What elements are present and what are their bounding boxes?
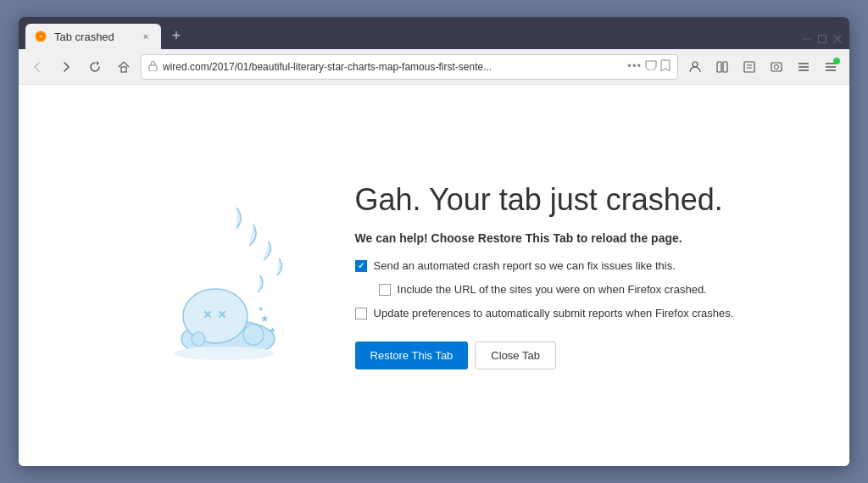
close-tab-button[interactable]: Close Tab xyxy=(475,341,556,369)
more-options-icon[interactable]: ••• xyxy=(627,59,642,74)
crash-illustration: ★ ★ ★ xyxy=(135,182,304,369)
svg-rect-8 xyxy=(149,65,157,71)
screenshot-icon[interactable] xyxy=(765,55,788,79)
tab-favicon xyxy=(34,30,47,43)
bookmarks-icon[interactable] xyxy=(737,55,761,79)
svg-rect-11 xyxy=(723,62,727,72)
browser-window: Tab crashed × + xyxy=(19,17,849,466)
svg-text:★: ★ xyxy=(269,325,276,335)
crash-container: ★ ★ ★ Gah. Your tab just crashed. We can… xyxy=(135,181,734,370)
option2-label: Include the URL of the sites you were on… xyxy=(398,282,707,297)
svg-rect-4 xyxy=(819,36,826,43)
sync-icon[interactable] xyxy=(710,55,734,79)
back-button[interactable] xyxy=(25,55,49,79)
svg-rect-3 xyxy=(803,39,811,40)
option1-label: Send an automated crash report so we can… xyxy=(374,258,676,274)
svg-text:★: ★ xyxy=(258,305,264,313)
pocket-icon[interactable] xyxy=(645,59,657,74)
option-row-3: Update preferences to automatically subm… xyxy=(355,306,734,321)
reload-button[interactable] xyxy=(83,55,107,79)
restore-tab-button[interactable]: Restore This Tab xyxy=(355,341,469,369)
close-button[interactable] xyxy=(832,34,843,44)
svg-text:★: ★ xyxy=(260,313,270,325)
svg-point-30 xyxy=(243,325,264,345)
window-controls xyxy=(802,34,843,44)
maximize-button[interactable] xyxy=(817,34,827,44)
home-button[interactable] xyxy=(112,55,136,79)
lock-icon xyxy=(148,60,158,74)
svg-point-34 xyxy=(173,347,275,360)
option1-checkbox[interactable] xyxy=(355,260,367,272)
address-bar[interactable]: wired.com/2017/01/beautiful-literary-sta… xyxy=(141,54,678,80)
url-text: wired.com/2017/01/beautiful-literary-sta… xyxy=(163,61,622,73)
svg-point-16 xyxy=(775,64,779,69)
option-row-1: Send an automated crash report so we can… xyxy=(355,258,734,274)
account-icon[interactable] xyxy=(683,55,707,79)
options-list: Send an automated crash report so we can… xyxy=(355,258,734,322)
new-tab-button[interactable]: + xyxy=(164,24,188,47)
bookmark-icon[interactable] xyxy=(660,59,670,74)
tab-close-button[interactable]: × xyxy=(139,30,153,43)
crash-title: Gah. Your tab just crashed. xyxy=(355,181,734,218)
option-row-2: Include the URL of the sites you were on… xyxy=(379,282,734,297)
more-tools-icon[interactable] xyxy=(792,55,815,79)
option2-checkbox[interactable] xyxy=(379,284,391,296)
crash-subtitle: We can help! Choose Restore This Tab to … xyxy=(355,231,734,245)
minimize-button[interactable] xyxy=(802,34,812,44)
option3-checkbox[interactable] xyxy=(355,308,367,319)
address-actions: ••• xyxy=(627,59,670,74)
notification-dot xyxy=(833,58,840,64)
active-tab[interactable]: Tab crashed × xyxy=(25,24,161,49)
tab-title: Tab crashed xyxy=(54,31,114,43)
page-content: ★ ★ ★ Gah. Your tab just crashed. We can… xyxy=(19,85,849,466)
toolbar: wired.com/2017/01/beautiful-literary-sta… xyxy=(19,49,849,85)
svg-point-29 xyxy=(192,332,205,346)
crash-info: Gah. Your tab just crashed. We can help!… xyxy=(355,181,734,370)
option3-label: Update preferences to automatically subm… xyxy=(374,306,734,321)
svg-rect-7 xyxy=(121,67,126,72)
svg-rect-15 xyxy=(771,63,782,71)
svg-rect-10 xyxy=(717,62,721,72)
toolbar-icons xyxy=(683,55,843,79)
svg-point-2 xyxy=(39,35,42,38)
title-bar: Tab crashed × + xyxy=(19,17,849,49)
forward-button[interactable] xyxy=(54,55,78,79)
action-buttons: Restore This Tab Close Tab xyxy=(355,341,734,369)
menu-button[interactable] xyxy=(819,55,843,79)
svg-point-9 xyxy=(693,62,698,67)
svg-rect-12 xyxy=(744,62,754,72)
